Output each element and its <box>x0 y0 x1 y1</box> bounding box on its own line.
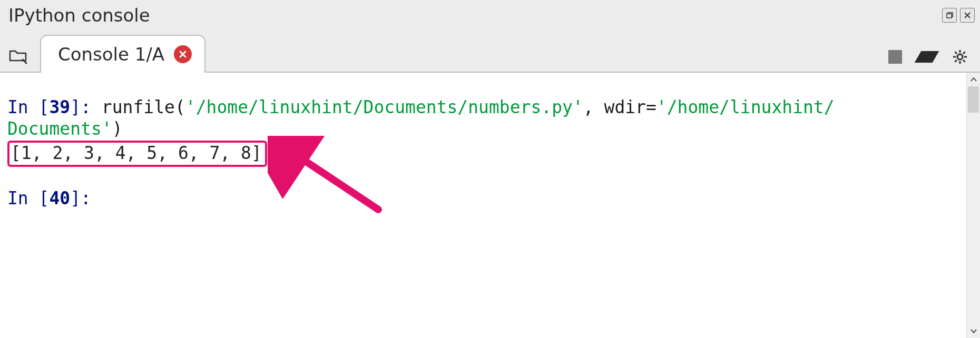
code-call: runfile( <box>102 97 185 117</box>
close-window-button[interactable] <box>960 8 975 23</box>
prompt-in: In [39]: <box>7 97 102 117</box>
console-output-area[interactable]: In [39]: runfile('/home/linuxhint/Docume… <box>0 73 966 338</box>
console-tab[interactable]: Console 1/A <box>40 35 205 73</box>
scroll-up-button[interactable] <box>967 73 980 86</box>
panel-titlebar: IPython console <box>0 0 980 31</box>
folder-icon <box>8 45 28 65</box>
code-close: ) <box>112 118 123 139</box>
chevron-up-icon <box>971 77 977 82</box>
chevron-down-icon <box>971 329 977 334</box>
code-string: '/home/linuxhint/ <box>656 97 835 117</box>
tab-label: Console 1/A <box>58 44 164 65</box>
code-sep: , wdir= <box>583 97 656 117</box>
restore-window-button[interactable] <box>942 8 957 23</box>
svg-rect-0 <box>947 14 952 18</box>
prompt-in: In [40]: <box>7 188 102 208</box>
svg-point-1 <box>957 54 963 59</box>
restore-icon <box>945 11 954 19</box>
vertical-scrollbar[interactable] <box>966 73 980 338</box>
ipython-console-panel: IPython console Console 1/A <box>0 0 980 338</box>
scroll-thumb[interactable] <box>968 86 979 113</box>
panel-title: IPython console <box>8 5 150 26</box>
close-tab-button[interactable] <box>174 45 192 63</box>
code-string: '/home/linuxhint/Documents/numbers.py' <box>185 97 583 117</box>
toolbar-right <box>888 48 974 65</box>
close-icon <box>179 50 187 58</box>
gear-icon <box>952 48 968 65</box>
scroll-down-button[interactable] <box>967 324 980 338</box>
scroll-track[interactable] <box>967 86 980 324</box>
browse-dir-button[interactable] <box>6 43 30 66</box>
annotation-arrow <box>268 136 405 236</box>
window-buttons <box>942 8 975 23</box>
clear-button[interactable] <box>915 51 939 63</box>
code-string: Documents' <box>7 118 112 139</box>
output-highlight: [1, 2, 3, 4, 5, 6, 7, 8] <box>7 141 267 167</box>
close-window-icon <box>963 11 972 19</box>
tab-strip: Console 1/A <box>0 31 980 73</box>
stop-button[interactable] <box>888 50 902 64</box>
console-body-wrap: In [39]: runfile('/home/linuxhint/Docume… <box>0 73 980 338</box>
cell-output: [1, 2, 3, 4, 5, 6, 7, 8] <box>11 143 262 163</box>
options-button[interactable] <box>952 48 968 65</box>
